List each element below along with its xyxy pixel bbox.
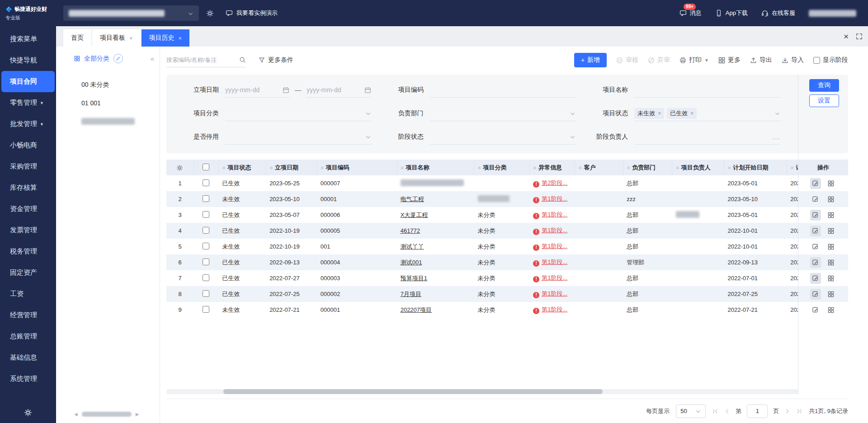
show-stage-checkbox[interactable] bbox=[813, 57, 820, 64]
column-header[interactable]: ≡项目名称 bbox=[397, 160, 474, 175]
row-checkbox[interactable] bbox=[203, 243, 209, 249]
project-name-link[interactable]: X大厦工程 bbox=[401, 212, 428, 218]
column-header[interactable]: ≡项目状态 bbox=[219, 160, 266, 175]
more-actions-grid-button[interactable] bbox=[826, 257, 836, 268]
edit-button[interactable] bbox=[810, 226, 821, 236]
more-actions-grid-button[interactable] bbox=[826, 289, 836, 300]
edit-button[interactable] bbox=[810, 241, 821, 252]
settings-button[interactable]: 设置 bbox=[809, 94, 839, 107]
row-checkbox[interactable] bbox=[203, 195, 209, 202]
sidebar-settings-button[interactable] bbox=[0, 405, 56, 420]
calendar-icon[interactable] bbox=[283, 86, 289, 94]
more-actions-grid-button[interactable] bbox=[826, 226, 836, 236]
unaudit-button[interactable]: 弃审 bbox=[648, 56, 670, 64]
sidebar-item[interactable]: 搜索菜单 bbox=[0, 28, 56, 50]
project-name-link[interactable]: 预算项目1 bbox=[401, 275, 427, 282]
query-button[interactable]: 查询 bbox=[809, 79, 839, 92]
messages-button[interactable]: 99+ 消息 bbox=[679, 9, 702, 17]
print-button[interactable]: 打印 ▼ bbox=[679, 56, 709, 64]
row-checkbox[interactable] bbox=[203, 258, 209, 265]
column-header[interactable]: ≡项目分类 bbox=[474, 160, 530, 175]
page-number-input[interactable] bbox=[747, 404, 768, 418]
column-header[interactable]: ≡计 bbox=[787, 160, 798, 175]
sidebar-item[interactable]: 系统管理 bbox=[0, 368, 56, 390]
more-actions-grid-button[interactable] bbox=[826, 305, 836, 315]
column-header[interactable]: ≡计划开始日期 bbox=[724, 160, 787, 175]
stage-owner-picker[interactable]: ... bbox=[634, 129, 780, 145]
project-code-input[interactable] bbox=[430, 86, 576, 94]
project-name-link[interactable]: 202207项目 bbox=[401, 306, 432, 313]
edit-button[interactable] bbox=[810, 178, 821, 189]
project-name-input[interactable] bbox=[634, 86, 780, 94]
next-page-button[interactable] bbox=[784, 408, 791, 414]
remove-tag-icon[interactable]: × bbox=[690, 110, 693, 117]
export-button[interactable]: 导出 bbox=[750, 56, 772, 64]
sidebar-item[interactable]: 经营管理 bbox=[0, 305, 56, 326]
user-account[interactable] bbox=[809, 10, 856, 17]
row-checkbox[interactable] bbox=[203, 274, 209, 281]
column-header[interactable]: ≡立项日期 bbox=[266, 160, 317, 175]
edit-button[interactable] bbox=[810, 194, 821, 205]
error-link[interactable]: 第1阶段... bbox=[542, 306, 567, 313]
audit-button[interactable]: 审核 bbox=[616, 56, 638, 64]
project-name-link[interactable]: 测试001 bbox=[401, 259, 422, 266]
ellipsis-picker-icon[interactable]: ... bbox=[772, 133, 780, 141]
row-checkbox[interactable] bbox=[203, 211, 209, 218]
sidebar-item[interactable]: 发票管理 bbox=[0, 220, 56, 241]
edit-button[interactable] bbox=[810, 257, 821, 268]
column-header[interactable]: ≡负责部门 bbox=[623, 160, 672, 175]
edit-button[interactable] bbox=[810, 273, 821, 284]
category-edit-button[interactable] bbox=[113, 54, 123, 63]
edit-button[interactable] bbox=[810, 289, 821, 300]
project-category-select[interactable] bbox=[225, 106, 371, 121]
error-link[interactable]: 第1阶段... bbox=[542, 274, 567, 281]
project-name-link[interactable]: 测试丫丫 bbox=[401, 243, 424, 250]
edit-button[interactable] bbox=[810, 305, 821, 315]
error-link[interactable]: 第1阶段... bbox=[542, 195, 567, 202]
sidebar-item[interactable]: 基础信息 bbox=[0, 347, 56, 368]
row-checkbox[interactable] bbox=[203, 227, 209, 234]
tab-1[interactable]: 项目看板× bbox=[92, 29, 141, 47]
project-status-select[interactable]: 未生效 × 已生效 × bbox=[634, 106, 780, 121]
column-header[interactable]: ≡项目负责人 bbox=[672, 160, 724, 175]
error-link[interactable]: 第1阶段... bbox=[542, 211, 567, 218]
first-page-button[interactable] bbox=[712, 408, 718, 414]
account-selector[interactable] bbox=[63, 5, 199, 21]
column-header[interactable]: 操作 bbox=[798, 160, 848, 175]
column-header[interactable]: ≡客户 bbox=[575, 160, 623, 175]
scrollbar-thumb[interactable] bbox=[82, 412, 132, 417]
collapse-panel-icon[interactable]: « bbox=[151, 55, 154, 62]
app-download-button[interactable]: App下载 bbox=[715, 9, 748, 17]
search-icon[interactable] bbox=[239, 56, 246, 63]
sidebar-item[interactable]: 小畅电商 bbox=[0, 135, 56, 156]
demo-link[interactable]: 我要看实例演示 bbox=[226, 9, 278, 17]
scroll-left-icon[interactable]: ◀ bbox=[74, 412, 78, 417]
sidebar-item[interactable]: 工资 bbox=[0, 283, 56, 305]
project-name-link[interactable]: 7月项目 bbox=[401, 291, 421, 297]
date-to-input[interactable] bbox=[307, 86, 361, 94]
stage-status-select[interactable] bbox=[430, 129, 576, 145]
date-from-input[interactable] bbox=[225, 86, 280, 94]
category-item[interactable]: 00 未分类 bbox=[56, 76, 160, 94]
more-actions-grid-button[interactable] bbox=[826, 241, 836, 252]
category-item[interactable]: 01 001 bbox=[56, 94, 160, 112]
error-link[interactable]: 第1阶段... bbox=[542, 258, 567, 265]
column-header[interactable]: ≡项目编码 bbox=[317, 160, 397, 175]
row-checkbox[interactable] bbox=[203, 290, 209, 297]
add-button[interactable]: + 新增 bbox=[574, 53, 607, 67]
last-page-button[interactable] bbox=[796, 408, 802, 414]
search-input[interactable] bbox=[166, 56, 236, 63]
remove-tag-icon[interactable]: × bbox=[658, 110, 661, 117]
sidebar-item[interactable]: 项目合同 bbox=[1, 71, 55, 92]
sidebar-item[interactable]: 资金管理 bbox=[0, 198, 56, 220]
more-actions-grid-button[interactable] bbox=[826, 273, 836, 284]
more-actions-grid-button[interactable] bbox=[826, 210, 836, 221]
column-settings-header[interactable] bbox=[166, 160, 193, 175]
scroll-right-icon[interactable]: ▶ bbox=[136, 412, 139, 417]
sidebar-item[interactable]: 税务管理 bbox=[0, 241, 56, 262]
more-button[interactable]: 更多 bbox=[718, 56, 741, 64]
close-icon[interactable]: × bbox=[129, 35, 133, 42]
tab-0[interactable]: 首页 bbox=[63, 29, 91, 47]
more-actions-grid-button[interactable] bbox=[826, 194, 836, 205]
sidebar-item[interactable]: 快捷导航 bbox=[0, 50, 56, 71]
